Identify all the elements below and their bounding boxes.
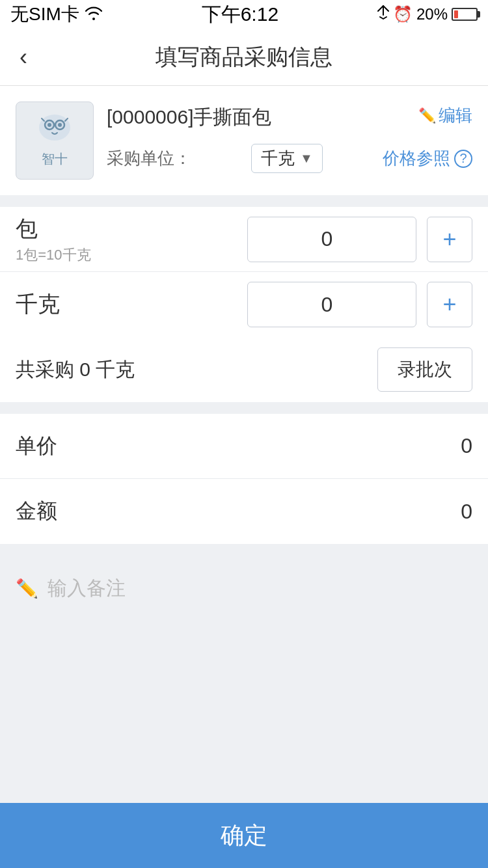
amount-value: 0: [461, 500, 472, 524]
bao-label: 包: [16, 214, 91, 244]
svg-point-4: [58, 123, 62, 127]
batch-button[interactable]: 录批次: [377, 347, 472, 392]
battery-percent: 20%: [416, 5, 448, 23]
product-logo-icon: [38, 113, 72, 148]
unit-value: 千克: [261, 147, 295, 170]
bao-input-row: 包 1包=10千克 +: [0, 207, 488, 272]
separator-3: [0, 544, 488, 556]
price-ref-button[interactable]: 价格参照 ?: [383, 147, 472, 170]
separator-2: [0, 402, 488, 414]
input-section: 包 1包=10千克 + 千克 +: [0, 207, 488, 337]
confirm-button[interactable]: 确定: [0, 803, 488, 868]
edit-icon: ✏️: [418, 107, 436, 124]
location-icon: [377, 5, 389, 23]
status-right: ⏰ 20%: [377, 5, 478, 23]
bao-plus-button[interactable]: +: [427, 217, 472, 262]
svg-point-0: [39, 115, 70, 141]
status-time: 下午6:12: [202, 1, 278, 28]
separator-1: [0, 195, 488, 207]
battery-icon: [452, 8, 478, 21]
svg-point-3: [47, 123, 51, 127]
product-image: 智十: [16, 102, 94, 180]
amount-row: 金额 0: [0, 479, 488, 544]
edit-button[interactable]: ✏️ 编辑: [418, 104, 472, 127]
product-unit-row: 采购单位： 千克 ▼ 价格参照 ?: [107, 144, 472, 173]
summary-row: 共采购 0 千克 录批次: [0, 337, 488, 402]
dropdown-arrow-icon: ▼: [300, 151, 313, 166]
status-left: 无SIM卡: [10, 2, 103, 27]
unit-price-label: 单价: [16, 432, 57, 461]
product-card: 智十 [0000006]手撕面包 ✏️ 编辑 采购单位： 千克 ▼ 价格参照 ?: [0, 86, 488, 195]
summary-text: 共采购 0 千克: [16, 357, 135, 383]
product-info: [0000006]手撕面包 ✏️ 编辑 采购单位： 千克 ▼ 价格参照 ?: [107, 102, 472, 173]
kg-input-right: +: [68, 282, 472, 327]
product-header: [0000006]手撕面包 ✏️ 编辑: [107, 104, 472, 131]
unit-price-value: 0: [461, 434, 472, 458]
kg-input-row: 千克 +: [0, 272, 488, 337]
back-button[interactable]: ‹: [13, 37, 34, 77]
unit-price-row: 单价 0: [0, 414, 488, 479]
kg-plus-button[interactable]: +: [427, 282, 472, 327]
bao-label-group: 包 1包=10千克: [16, 214, 91, 265]
note-section[interactable]: ✏️ 输入备注: [0, 556, 488, 621]
wifi-icon: [85, 4, 103, 25]
bao-input[interactable]: [247, 217, 416, 262]
carrier-text: 无SIM卡: [10, 2, 79, 27]
nav-bar: ‹ 填写商品采购信息: [0, 29, 488, 86]
page-title: 填写商品采购信息: [156, 42, 332, 72]
brand-text: 智十: [42, 150, 68, 168]
kg-label: 千克: [16, 290, 68, 319]
price-section: 单价 0 金额 0: [0, 414, 488, 544]
kg-label-group: 千克: [16, 290, 68, 319]
bao-sub-label: 1包=10千克: [16, 245, 91, 265]
amount-label: 金额: [16, 497, 57, 526]
pencil-icon: ✏️: [16, 578, 38, 599]
status-bar: 无SIM卡 下午6:12 ⏰ 20%: [0, 0, 488, 29]
unit-label: 采购单位：: [107, 147, 191, 170]
alarm-icon: ⏰: [393, 5, 413, 23]
bao-input-right: +: [91, 217, 472, 262]
unit-dropdown[interactable]: 千克 ▼: [251, 144, 323, 173]
kg-input[interactable]: [247, 282, 416, 327]
product-name: [0000006]手撕面包: [107, 104, 418, 131]
help-icon: ?: [454, 150, 472, 168]
note-placeholder: 输入备注: [47, 575, 126, 602]
